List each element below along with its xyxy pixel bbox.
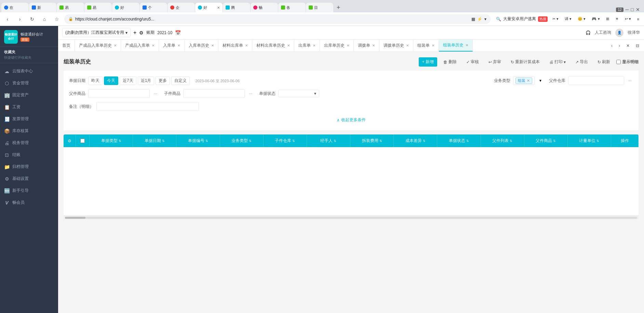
parent-goods-more[interactable]: ··· [152,91,159,96]
print-button[interactable]: 🖨 打印 ▾ [546,57,569,67]
browser-tab-6[interactable]: 个 [140,3,167,12]
menu-tool[interactable]: ≡ [635,16,641,22]
browser-tab-7[interactable]: 企 [167,3,195,12]
tab-prod-inbound-history-close[interactable]: ✕ [114,44,117,47]
th-unit[interactable]: 计量单位 ⇅ [568,134,611,147]
tab-transfer-history-close[interactable]: ✕ [406,44,409,47]
tab-inbound-history[interactable]: 入库单历史 ✕ [185,40,218,51]
tab-inbound[interactable]: 入库单 ✕ [159,40,185,51]
notes-input[interactable] [96,102,199,111]
sidebar-item-new-guide[interactable]: 🆕 新手引导 [0,185,58,197]
th-biz-type[interactable]: 业务类型 ⇅ [220,134,264,147]
browser-tab-5[interactable]: 好 [112,3,139,12]
date-btn-more[interactable]: 更多 [156,76,170,85]
parent-warehouse-more[interactable]: ··· [627,78,633,83]
sidebar-item-invoice[interactable]: 🧾 发票管理 [0,113,58,125]
approve-button[interactable]: ✓ 审核 [463,57,482,67]
slip-status-dropdown[interactable]: ▾ [278,90,319,97]
translate-tool[interactable]: 译 ▾ [563,16,574,22]
th-disassembly-cost[interactable]: 拆装费用 ⇅ [350,134,394,147]
scrollbar-track[interactable] [65,217,637,219]
th-gear[interactable]: ⚙ [64,135,76,147]
date-btn-custom[interactable]: 自定义 [171,76,190,85]
tab-material-outbound-history-close[interactable]: ✕ [287,44,290,47]
service-label[interactable]: 人工咨询 [595,30,611,35]
delete-button[interactable]: 🗑 删除 [440,57,460,67]
tab-material-outbound[interactable]: 材料出库单 ✕ [218,40,252,51]
sidebar-item-inventory[interactable]: 📦 库存核算 [0,125,58,137]
collapse-bar[interactable]: ∧ 收起更多条件 [69,115,633,125]
date-btn-7days[interactable]: 近7天 [120,76,136,85]
user-name[interactable]: 徐泽华 [628,30,640,35]
th-handler[interactable]: 经手人 ⇅ [307,134,350,147]
refresh-button[interactable]: ↻ [27,14,37,24]
tab-transfer-close[interactable]: ✕ [372,44,375,47]
biz-type-dropdown[interactable]: ▾ [537,77,544,84]
sidebar-item-fund-mgmt[interactable]: ⬡ 资金管理 [0,77,58,89]
parent-warehouse-input[interactable] [568,76,624,85]
minimize-button[interactable]: ─ [626,7,629,12]
tab-more[interactable]: ⊟ [633,42,642,49]
sidebar-item-payroll[interactable]: 📋 工资 [0,101,58,113]
reject-button[interactable]: ↩ 弃审 [485,57,505,67]
th-parent-list[interactable]: 父件列表 ⇅ [481,134,524,147]
browser-tab-12[interactable]: 目 [306,3,333,12]
th-parent-goods[interactable]: 父件商品 ⇅ [524,134,568,147]
tab-outbound-history[interactable]: 出库单历史 ✕ [320,40,354,51]
notes-field[interactable] [99,104,197,109]
calendar-icon[interactable]: 📅 [175,30,181,35]
parent-goods-field[interactable] [91,91,147,96]
th-checkbox[interactable] [76,135,90,146]
tab-prod-inbound-history[interactable]: 产成品入库单历史 ✕ [75,40,121,51]
parent-warehouse-field[interactable] [571,78,622,83]
recalc-cost-button[interactable]: ↻ 重新计算成本 [507,57,543,67]
tab-outbound-close[interactable]: ✕ [313,44,316,47]
tab-material-outbound-history[interactable]: 材料出库单历史 ✕ [252,40,294,51]
sidebar-item-checkout[interactable]: ⊡ 结账 [0,149,58,161]
sidebar-item-fixed-assets[interactable]: 🏢 固定资产 [0,89,58,101]
settings-icon[interactable]: ⚙ [139,30,144,35]
export-button[interactable]: ↗ 导出 [572,57,591,67]
date-btn-1month[interactable]: 近1月 [138,76,155,85]
tab-scroll-left[interactable]: ‹ [608,42,615,49]
favorites-subtitle[interactable]: 快捷键打开收藏夹 [4,55,54,60]
th-child-warehouse[interactable]: 子件仓库 ⇅ [264,134,307,147]
tab-assembly-close[interactable]: ✕ [432,44,434,47]
date-btn-yesterday[interactable]: 昨天 [88,76,103,85]
grid-tool[interactable]: ⊞ [604,16,611,22]
browser-tab-1[interactable]: 在 [1,3,29,12]
sidebar-item-archive[interactable]: 📁 归档管理 [0,161,58,173]
url-bar[interactable]: 🔒 https://cloud.chanjet.com/accounting/u… [64,14,491,24]
browser-tab-9[interactable]: 腾 [223,3,250,12]
tab-home[interactable]: 首页 [58,40,75,51]
home-button[interactable]: ⌂ [40,14,49,24]
show-detail-checkbox[interactable] [616,60,621,64]
browser-tab-4[interactable]: 易 [84,3,112,12]
tab-scroll-right[interactable]: › [616,42,623,49]
browser-tab-10[interactable]: 畅 [251,3,278,12]
tab-inbound-history-close[interactable]: ✕ [211,44,214,47]
biz-type-tag-group[interactable]: 组装 ✕ [513,76,535,85]
child-goods-field[interactable] [186,91,242,96]
browser-tab-2[interactable]: 新 [29,3,56,12]
th-slip-type[interactable]: 单据类型 ⇅ [90,134,133,147]
sidebar-item-cloud-report[interactable]: ☁ 云报表中心 [0,65,58,77]
tab-outbound-history-close[interactable]: ✕ [347,44,349,47]
scrollbar-thumb[interactable] [65,217,85,219]
dropdown-arrow[interactable]: ▾ [484,17,486,22]
tab-close-all[interactable]: ✕ [623,42,632,49]
new-tab-button[interactable]: + [334,3,343,12]
biz-type-tag-close[interactable]: ✕ [527,79,530,83]
tab-transfer[interactable]: 调拨单 ✕ [354,40,379,51]
add-company-icon[interactable]: + [133,30,136,36]
select-all-checkbox[interactable] [80,139,85,143]
tab-assembly[interactable]: 组装单 ✕ [413,40,439,51]
qr-icon[interactable]: ▦ [471,17,475,22]
browser-tab-3[interactable]: 易 [57,3,84,12]
browser-tab-11[interactable]: 各 [278,3,306,12]
th-slip-date[interactable]: 单据日期 ⇅ [133,134,176,147]
back-button[interactable]: ‹ [3,14,12,24]
undo-tool[interactable]: ↩ ▾ [623,16,633,22]
company-selector[interactable]: (勿删勿禁用）江西服宝测试专用 ▾ [62,28,131,37]
th-slip-status[interactable]: 单据状态 ⇅ [437,134,481,147]
